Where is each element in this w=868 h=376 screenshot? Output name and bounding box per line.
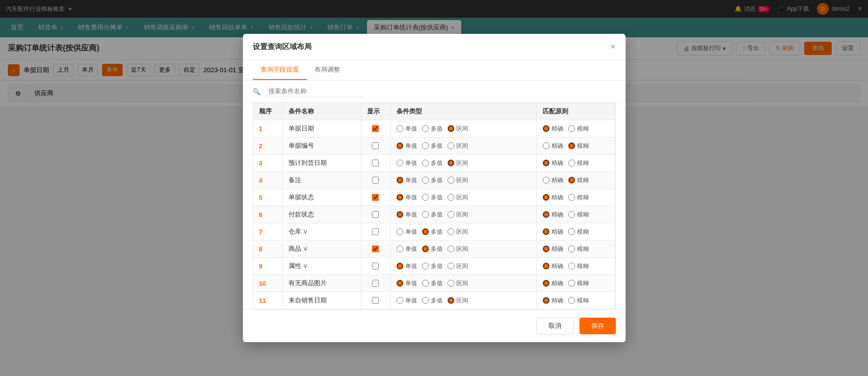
search-icon: 🔍 [253, 88, 261, 95]
settings-dialog: 设置查询区域布局 × 查询字段设置 布局调整 🔍 顺序 条件名称 显示 条件类型… [243, 34, 626, 106]
dialog-table-header: 顺序 条件名称 显示 条件类型 匹配原则 [253, 103, 616, 106]
dialog-title: 设置查询区域布局 [253, 42, 312, 52]
col-order: 顺序 [253, 103, 283, 106]
search-input[interactable] [264, 85, 363, 97]
dialog-header: 设置查询区域布局 × [243, 34, 626, 60]
dialog-tab-layout[interactable]: 布局调整 [307, 60, 348, 80]
col-type: 条件类型 [391, 103, 537, 106]
col-display: 显示 [361, 103, 391, 106]
col-match: 匹配原则 [537, 103, 615, 106]
col-name: 条件名称 [283, 103, 361, 106]
dialog-close-button[interactable]: × [610, 42, 616, 52]
dialog-tab-fields[interactable]: 查询字段设置 [253, 60, 307, 80]
modal-overlay: 设置查询区域布局 × 查询字段设置 布局调整 🔍 顺序 条件名称 显示 条件类型… [0, 0, 868, 106]
dialog-search-area: 🔍 [243, 81, 626, 103]
dialog-tab-bar: 查询字段设置 布局调整 [243, 60, 626, 81]
